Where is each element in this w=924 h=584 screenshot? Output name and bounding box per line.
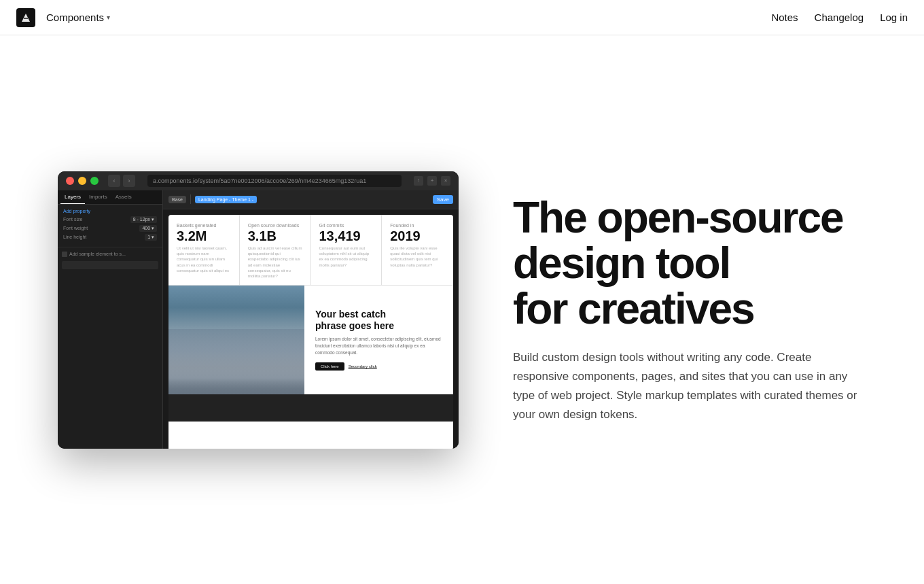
- back-button[interactable]: ‹: [108, 175, 120, 187]
- components-menu-button[interactable]: Components ▾: [41, 9, 116, 26]
- hero-secondary-button[interactable]: Secondary click: [349, 362, 377, 371]
- close-traffic-light[interactable]: [66, 177, 74, 185]
- stat-cell-3: Founded in 2019 Quis ille volupte vani e…: [382, 215, 453, 285]
- navbar: Components ▾ Notes Changelog Log in: [0, 0, 924, 35]
- hero-tagline: Your best catchphrase goes here: [315, 309, 442, 332]
- stat-cell-1: Open source downloads 3.1B Quis ad autcm…: [240, 215, 311, 285]
- panel-prop-font-size: Font size 8 - 12px ▾: [63, 216, 157, 223]
- chevron-down-icon: ▾: [107, 14, 110, 21]
- share-icon[interactable]: ↑: [414, 176, 423, 186]
- preview-bottom: [168, 394, 453, 422]
- jeans-image: [168, 286, 304, 394]
- app-screenshot: ‹ › a.components.io/system/5a07ne0012006…: [58, 171, 459, 449]
- maximize-traffic-light[interactable]: [90, 177, 99, 185]
- design-panel: Layers Imports Assets Add property Font …: [58, 190, 163, 449]
- window-actions: ↑ + ×: [414, 176, 450, 186]
- panel-add-property: Add property Font size 8 - 12px ▾ Font w…: [58, 205, 162, 247]
- panel-tabs: Layers Imports Assets: [58, 190, 162, 205]
- components-label: Components: [46, 12, 104, 23]
- url-text: a.components.io/system/5a07ne0012006/acc…: [153, 177, 366, 184]
- canvas-area: Base Landing Page - Theme 1 - Save Baske…: [163, 190, 459, 449]
- notes-link[interactable]: Notes: [771, 12, 798, 23]
- main-description: Build custom design tools without writin…: [513, 348, 866, 424]
- nav-right: Notes Changelog Log in: [771, 12, 908, 23]
- preview-hero: Your best catchphrase goes here Lorem ip…: [168, 286, 453, 394]
- hero-buttons: Click here Secondary click: [315, 362, 442, 371]
- preview-hero-image: [168, 286, 304, 394]
- canvas-toolbar: Base Landing Page - Theme 1 - Save: [163, 190, 459, 209]
- layer-item[interactable]: Add sample element to s...: [62, 250, 158, 258]
- layer-placeholder: [62, 261, 158, 269]
- preview-hero-content: Your best catchphrase goes here Lorem ip…: [304, 286, 453, 394]
- headline-line3: for creatives: [513, 284, 754, 333]
- stat-cell-2: Git commits 13,419 Consequatur aut eum a…: [311, 215, 383, 285]
- hero-text: The open-source design tool for creative…: [513, 195, 866, 425]
- minimize-traffic-light[interactable]: [78, 177, 86, 185]
- headline-line2: design tool: [513, 239, 730, 288]
- close-icon[interactable]: ×: [441, 176, 450, 186]
- website-preview: Baskets generated 3.2M Ut velit ut nisi …: [168, 215, 453, 449]
- main-headline: The open-source design tool for creative…: [513, 195, 866, 332]
- login-link[interactable]: Log in: [880, 12, 908, 23]
- panel-prop-font-weight: Font weight 400 ▾: [63, 225, 157, 232]
- landing-page-tab[interactable]: Landing Page - Theme 1 -: [195, 196, 257, 203]
- changelog-link[interactable]: Changelog: [815, 12, 864, 23]
- hero-primary-button[interactable]: Click here: [315, 362, 344, 371]
- app-content: Layers Imports Assets Add property Font …: [58, 190, 459, 449]
- window-nav-buttons: ‹ ›: [108, 175, 135, 187]
- panel-tab-imports[interactable]: Imports: [85, 190, 111, 204]
- save-button[interactable]: Save: [433, 195, 453, 204]
- layer-icon: [62, 252, 67, 257]
- hero-body: Lorem ipsum dolor sit amet, consectetur …: [315, 336, 442, 356]
- headline-line1: The open-source: [513, 193, 843, 242]
- stat-cell-0: Baskets generated 3.2M Ut velit ut nisi …: [168, 215, 240, 285]
- window-titlebar: ‹ › a.components.io/system/5a07ne0012006…: [58, 171, 459, 190]
- forward-button[interactable]: ›: [123, 175, 135, 187]
- stats-row: Baskets generated 3.2M Ut velit ut nisi …: [168, 215, 453, 286]
- app-window: ‹ › a.components.io/system/5a07ne0012006…: [58, 171, 459, 449]
- main-content: ‹ › a.components.io/system/5a07ne0012006…: [0, 35, 924, 584]
- logo-icon[interactable]: [16, 8, 35, 27]
- base-tab[interactable]: Base: [168, 196, 186, 203]
- nav-left: Components ▾: [16, 8, 116, 27]
- panel-layers: Add sample element to s...: [58, 247, 162, 272]
- panel-tab-layers[interactable]: Layers: [60, 190, 85, 204]
- add-property-btn[interactable]: Add property: [63, 209, 157, 213]
- toolbar-separator: [190, 194, 191, 204]
- panel-tab-assets[interactable]: Assets: [111, 190, 136, 204]
- panel-prop-line-height: Line height 1 ▾: [63, 234, 157, 241]
- url-bar[interactable]: a.components.io/system/5a07ne0012006/acc…: [147, 175, 402, 187]
- add-tab-icon[interactable]: +: [427, 176, 437, 186]
